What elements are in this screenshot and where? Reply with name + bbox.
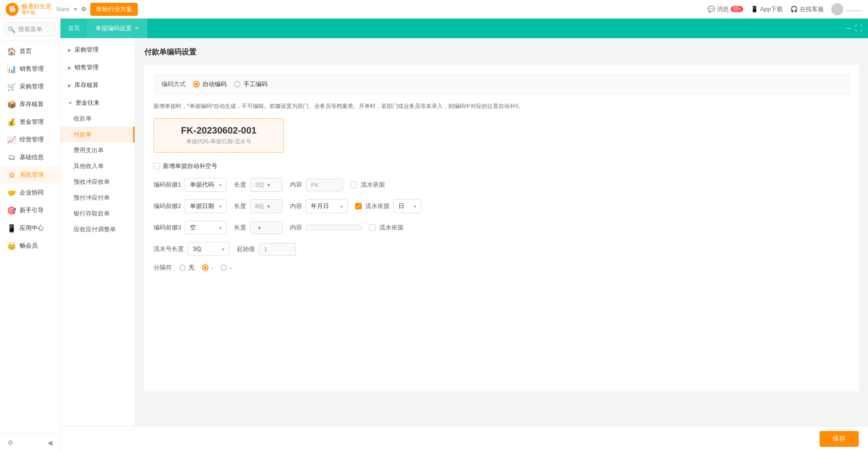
flow3-field: 流水依据 (369, 223, 404, 232)
sub-item-advance-offset[interactable]: 预付冲应付单 (61, 190, 135, 206)
sub-group-purchase: ▶ 采购管理 (61, 42, 135, 58)
download-icon: 📱 (751, 6, 758, 13)
auto-fill-checkbox[interactable]: 新增单据自动补空号 (154, 162, 849, 170)
flow3-checkbox[interactable] (369, 224, 376, 231)
content3-field: 内容 (290, 223, 362, 232)
radio-auto-circle (193, 81, 200, 88)
chevron-down-icon[interactable]: ▾ (74, 6, 77, 13)
collapse-icon[interactable]: ◀ (47, 439, 53, 446)
content2-arrow: ▾ (340, 204, 343, 209)
flow2-checkbox[interactable]: ✓ (355, 203, 362, 209)
sep-none-option[interactable]: 无 (179, 263, 195, 272)
sidebar-item-base[interactable]: 🗂 基础信息 (0, 148, 60, 166)
search-button[interactable]: 🔍 搜索菜单 (4, 22, 56, 36)
prefix2-select[interactable]: 单据日期 ▾ (185, 199, 227, 213)
home-icon: 🏠 (7, 47, 16, 55)
content1-field: 内容 FK (290, 179, 343, 191)
base-icon: 🗂 (7, 153, 16, 162)
corp-icon: 🤝 (7, 188, 16, 197)
sidebar-item-ops[interactable]: 📈 经营管理 (0, 131, 60, 148)
sub-item-expense[interactable]: 费用支出单 (61, 142, 135, 158)
avatar (831, 3, 843, 15)
online-service-action[interactable]: 🎧 在线客服 (790, 5, 824, 13)
sub-group-finance: ▼ 资金往来 收款单 付款单 费用支出单 其他收入单 预收冲应收单 预付冲应付单… (61, 95, 135, 237)
prefix3-select[interactable]: 空 ▾ (185, 221, 227, 235)
tab-doc-encode[interactable]: 单据编码设置 ✕ (88, 19, 147, 38)
user-profile[interactable]: ........... (831, 3, 862, 15)
sidebar-item-guide[interactable]: 🎯 新手引导 (0, 202, 60, 219)
trial-button[interactable]: 体验行业方案 (90, 3, 138, 16)
settings-icon[interactable]: ⚙ (81, 6, 87, 13)
auto-fill-checkbox-box (154, 163, 160, 169)
radio-manual[interactable]: 手工编码 (234, 80, 268, 88)
flow2-unit-arrow: ▾ (414, 204, 416, 209)
flow2-label: 流水依据 (365, 202, 390, 210)
user-name: ........... (845, 6, 862, 13)
serial-length-select[interactable]: 3位 ▾ (188, 242, 229, 256)
arrow-right-icon: ▶ (68, 47, 72, 53)
sub-item-prepay-offset[interactable]: 预收冲应收单 (61, 174, 135, 190)
sep-options: 无 · - (179, 263, 232, 272)
sidebar-item-finance[interactable]: 💰 资金管理 (0, 113, 60, 131)
logo-icon: 畅 (6, 3, 19, 16)
start-value-label: 起始值 (237, 245, 255, 253)
sidebar-item-sales[interactable]: 📊 销售管理 (0, 60, 60, 78)
tab-bar: 首页 单据编码设置 ✕ ─ ⛶ (61, 19, 868, 38)
sub-header-sales[interactable]: ▶ 销售管理 (61, 60, 135, 75)
content1-label: 内容 (290, 181, 302, 189)
tab-home[interactable]: 首页 (61, 19, 88, 38)
sidebar-item-inventory[interactable]: 📦 库存核算 (0, 95, 60, 113)
app-download-action[interactable]: 📱 App下载 (751, 5, 783, 13)
prefix1-select[interactable]: 单据代码 ▾ (185, 178, 227, 192)
sidebar-item-corp[interactable]: 🤝 企业协同 (0, 184, 60, 202)
message-action[interactable]: 💬 消息 99+ (707, 5, 743, 13)
save-button[interactable]: 保存 (820, 431, 859, 447)
flow1-checkbox[interactable] (350, 182, 357, 188)
maximize-icon[interactable]: ⛶ (855, 24, 862, 33)
sub-item-bank[interactable]: 银行存取款单 (61, 206, 135, 222)
separator-label: 分隔符 (154, 263, 172, 272)
sub-item-receipt[interactable]: 收款单 (61, 111, 135, 127)
sub-header-purchase[interactable]: ▶ 采购管理 (61, 42, 135, 58)
guide-icon: 🎯 (7, 206, 16, 215)
code-preview-value: FK-20230602-001 (165, 125, 272, 136)
sub-header-finance[interactable]: ▼ 资金往来 (61, 95, 135, 111)
sidebar-footer: ⚙ ◀ (0, 434, 60, 451)
length3-field: 长度 ▾ (234, 222, 283, 234)
flow2-unit-select[interactable]: 日 ▾ (393, 199, 421, 213)
sidebar-item-system[interactable]: ⚙ 系统管理 (0, 166, 60, 184)
code-preview: FK-20230602-001 单据代码-单据日期-流水号 (154, 118, 284, 153)
sidebar-item-apps[interactable]: 📱 应用中心 (0, 219, 60, 237)
logo-text: 畅通好生意 插件版 (21, 3, 52, 16)
start-value-field: 起始值 1 (237, 243, 296, 256)
separator-row: 分隔符 无 · - (154, 263, 849, 272)
tab-bar-actions: ─ ⛶ (846, 19, 868, 38)
sidebar-item-purchase[interactable]: 🛒 采购管理 (0, 78, 60, 95)
sub-header-inventory[interactable]: ▶ 库存核算 (61, 77, 135, 93)
tab-close-icon[interactable]: ✕ (135, 25, 139, 32)
length1-select[interactable]: 2位 ▾ (250, 178, 283, 192)
sep-dot-option[interactable]: · (202, 264, 213, 271)
sub-item-payment[interactable]: 付款单 (61, 127, 135, 142)
arrow-right-icon3: ▶ (68, 83, 72, 88)
prefix2-arrow: ▾ (219, 204, 222, 209)
sidebar-item-home[interactable]: 🏠 首页 (0, 42, 60, 60)
settings-footer-icon[interactable]: ⚙ (7, 439, 13, 446)
sep-dash-option[interactable]: - (221, 264, 232, 271)
sales-icon: 📊 (7, 65, 16, 73)
main-content: 付款单编码设置 编码方式 自动编码 手工编码 (135, 38, 868, 426)
length2-select[interactable]: 8位 ▾ (250, 199, 283, 213)
prefix2-field: 编码前缀2 单据日期 ▾ (154, 199, 227, 213)
minimize-icon[interactable]: ─ (846, 24, 851, 33)
content2-select[interactable]: 年月日 ▾ (306, 199, 348, 213)
length1-label: 长度 (234, 181, 246, 189)
sub-item-other-income[interactable]: 其他收入单 (61, 158, 135, 174)
encode-method-row: 编码方式 自动编码 手工编码 (154, 74, 849, 94)
prefix3-label: 编码前缀3 (154, 223, 181, 232)
sub-item-adjust[interactable]: 应收应付调整单 (61, 222, 135, 237)
length3-select[interactable]: ▾ (250, 222, 283, 234)
prefix1-arrow: ▾ (219, 182, 222, 188)
radio-auto[interactable]: 自动编码 (193, 80, 227, 88)
sidebar-item-member[interactable]: 👑 畅会员 (0, 237, 60, 255)
start-value-input[interactable]: 1 (259, 243, 296, 256)
